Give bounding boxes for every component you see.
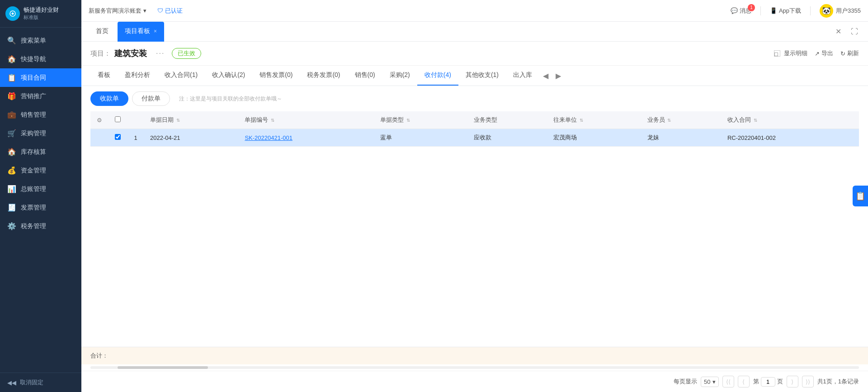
payment-tab[interactable]: 付款单 [132, 91, 170, 106]
sort-income-contract-icon[interactable]: ⇅ [754, 118, 757, 123]
summary-label: 合计： [90, 352, 108, 360]
table-header-row: ⚙ 单据日期 ⇅ 单据编号 [90, 111, 859, 129]
sub-tab-profit[interactable]: 盈利分析 [118, 66, 157, 86]
sidebar-item-invoice[interactable]: 🧾发票管理 [0, 198, 81, 217]
cell-income-contract-0: RC-20220401-002 [722, 129, 859, 147]
topbar-right: 💬 消息 1 📱 App下载 🐼 用户3355 [731, 4, 861, 18]
app-logo [5, 6, 20, 21]
unpin-icon: ◀◀ [7, 379, 16, 386]
col-partner-label: 往来单位 [553, 116, 577, 123]
page-input[interactable] [761, 377, 775, 387]
cell-index-0: 1 [127, 129, 145, 147]
total-label: 共1页，1条记录 [817, 378, 859, 386]
sub-tab-receipt[interactable]: 收付款(4) [417, 66, 458, 86]
user-menu[interactable]: 🐼 用户3355 [820, 4, 861, 18]
sidebar-item-sales[interactable]: 💼销售管理 [0, 105, 81, 124]
tab-home-label: 首页 [96, 27, 108, 35]
cell-type-0: 蓝单 [375, 129, 468, 147]
refresh-icon: ↻ [840, 50, 845, 57]
sidebar-item-label-search: 搜索菜单 [21, 37, 46, 45]
sort-number-icon[interactable]: ⇅ [271, 118, 274, 123]
inner-tabs: 收款单 付款单 注：这里是与项目关联的全部收付款单哦～ [81, 86, 868, 106]
scrollbar-thumb[interactable] [118, 366, 208, 369]
cell-checkbox-0[interactable] [108, 129, 127, 147]
last-page-button[interactable]: ⟩⟩ [802, 376, 814, 387]
sidebar-item-inventory[interactable]: 🏠库存核算 [0, 143, 81, 161]
sidebar-item-search[interactable]: 🔍搜索菜单 [0, 31, 81, 50]
sidebar-item-contract[interactable]: 📋项目合同 [0, 68, 81, 87]
cell-number-0[interactable]: SK-20220421-001 [239, 129, 375, 147]
sub-tab-income_confirm[interactable]: 收入确认(2) [205, 66, 252, 86]
tab-maximize-button[interactable]: ⛶ [848, 25, 861, 38]
sub-tab-income_contract[interactable]: 收入合同(1) [157, 66, 205, 86]
tab-close-button[interactable]: ✕ [832, 25, 844, 38]
project-status-badge: 已生效 [172, 48, 201, 59]
sub-tab-tax_invoice[interactable]: 税务发票(0) [300, 66, 347, 86]
sub-tab-inout[interactable]: 出入库 [506, 66, 539, 86]
topbar: 新服务官网演示账套 ▾ 🛡 已认证 💬 消息 1 📱 App下载 🐼 用 [81, 0, 868, 22]
sort-salesperson-icon[interactable]: ⇅ [667, 118, 671, 123]
tab-home[interactable]: 首页 [89, 22, 116, 42]
sidebar-item-label-tax: 税务管理 [21, 222, 46, 230]
col-number-label: 单据编号 [245, 116, 268, 123]
col-index [127, 111, 145, 129]
sidebar-item-purchase[interactable]: 🛒采购管理 [0, 124, 81, 143]
sidebar-unpin-button[interactable]: ◀◀ 取消固定 [0, 373, 81, 392]
col-biz-type: 业务类型 [468, 111, 548, 129]
first-page-button[interactable]: ⟨⟨ [722, 376, 734, 387]
next-page-button[interactable]: ⟩ [787, 376, 798, 387]
data-table: ⚙ 单据日期 ⇅ 单据编号 [90, 111, 859, 147]
sidebar-item-marketing[interactable]: 🎁营销推广 [0, 87, 81, 105]
col-date: 单据日期 ⇅ [145, 111, 239, 129]
sub-tab-kanban[interactable]: 看板 [90, 66, 118, 86]
refresh-button[interactable]: ↻ 刷新 [840, 49, 859, 57]
settings-icon[interactable]: ⚙ [97, 117, 102, 124]
sidebar-item-quicknav[interactable]: 🏠快捷导航 [0, 50, 81, 68]
table-body: 1 2022-04-21 SK-20220421-001 蓝单 应收款 宏茂商场… [90, 129, 859, 147]
show-detail-checkbox[interactable]: □ 显示明细 [774, 49, 807, 57]
show-detail-label: 显示明细 [784, 49, 807, 57]
detail-checkbox-icon[interactable]: □ [774, 50, 780, 57]
sales-icon: 💼 [7, 110, 16, 119]
per-page-select[interactable]: 50 ▾ [701, 377, 718, 387]
sub-tab-purchase[interactable]: 采购(2) [382, 66, 417, 86]
col-date-label: 单据日期 [150, 116, 174, 123]
sub-tab-sales[interactable]: 销售(0) [348, 66, 382, 86]
sidebar-item-finance[interactable]: 💰资金管理 [0, 161, 81, 180]
sidebar-item-label-marketing: 营销推广 [21, 92, 46, 100]
sub-tab-sales_invoice[interactable]: 销售发票(0) [252, 66, 300, 86]
table-row[interactable]: 1 2022-04-21 SK-20220421-001 蓝单 应收款 宏茂商场… [90, 129, 859, 147]
tab-close-icon[interactable]: × [154, 28, 157, 34]
floating-panel-button[interactable]: 📋 [853, 186, 868, 206]
cell-settings-0 [90, 129, 108, 147]
sidebar-item-tax[interactable]: ⚙️税务管理 [0, 217, 81, 235]
search-icon: 🔍 [7, 36, 16, 45]
sub-tab-left-arrow[interactable]: ◀ [539, 68, 552, 84]
scrollbar-track [90, 366, 859, 369]
sort-date-icon[interactable]: ⇅ [176, 118, 180, 123]
prev-page-button[interactable]: ⟨ [738, 376, 750, 387]
more-options-button[interactable]: ··· [156, 49, 165, 57]
per-page-dropdown-icon: ▾ [712, 378, 716, 385]
user-name: 用户3355 [836, 7, 861, 15]
sub-tab-right-arrow[interactable]: ▶ [552, 68, 565, 84]
sub-tabs: 看板盈利分析收入合同(1)收入确认(2)销售发票(0)税务发票(0)销售(0)采… [81, 66, 868, 86]
contract-icon: 📋 [7, 73, 16, 82]
export-button[interactable]: ↗ 导出 [815, 49, 833, 57]
account-selector[interactable]: 新服务官网演示账套 ▾ [89, 7, 148, 15]
sort-partner-icon[interactable]: ⇅ [580, 118, 583, 123]
sidebar-item-label-inventory: 库存核算 [21, 148, 46, 156]
sort-type-icon[interactable]: ⇅ [406, 118, 410, 123]
receipt-tab[interactable]: 收款单 [90, 91, 128, 106]
select-all-checkbox[interactable] [115, 116, 121, 122]
certified-label: 已认证 [165, 7, 183, 15]
table-wrap: ⚙ 单据日期 ⇅ 单据编号 [81, 106, 868, 347]
sidebar-item-label-finance: 资金管理 [21, 167, 46, 175]
content-area: 收款单 付款单 注：这里是与项目关联的全部收付款单哦～ ⚙ [81, 86, 868, 392]
sidebar-item-ledger[interactable]: 📊总账管理 [0, 180, 81, 198]
app-download-button[interactable]: 📱 App下载 [770, 7, 801, 15]
tab-kanban[interactable]: 项目看板 × [118, 22, 164, 42]
sub-tab-other[interactable]: 其他收支(1) [458, 66, 506, 86]
inner-tab-note: 注：这里是与项目关联的全部收付款单哦～ [179, 95, 282, 103]
message-button[interactable]: 💬 消息 1 [731, 7, 751, 15]
